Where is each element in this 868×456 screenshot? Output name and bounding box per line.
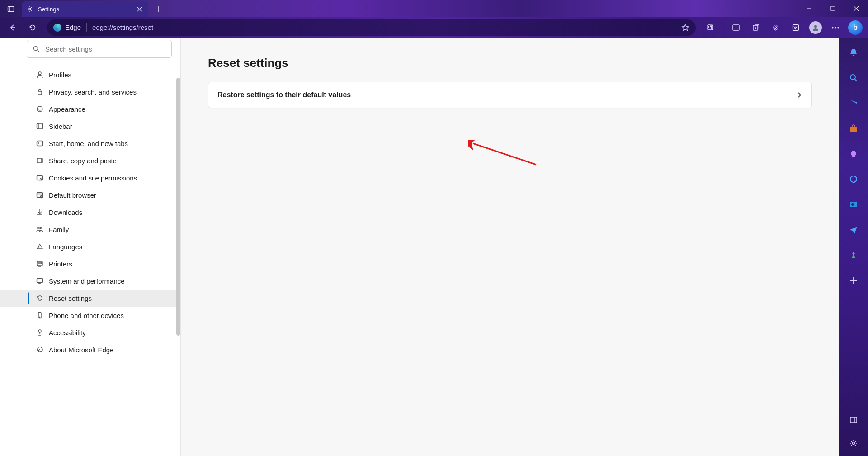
nav-item-label: Sidebar (49, 123, 72, 130)
nav-item-label: Languages (49, 243, 82, 251)
sidebar-item-about-microsoft-edge[interactable]: About Microsoft Edge (0, 341, 180, 358)
site-identity-label: Edge (65, 24, 81, 31)
sidebar-item-default-browser[interactable]: Default browser (0, 186, 180, 204)
sidebar-item-profiles[interactable]: Profiles (0, 66, 180, 83)
svg-rect-14 (38, 91, 42, 95)
sidebar-item-accessibility[interactable]: Accessibility (0, 324, 180, 341)
site-identity-chip[interactable]: Edge (53, 24, 81, 32)
browser-tab[interactable]: Settings (22, 1, 148, 17)
window-controls (797, 0, 868, 17)
nav-item-label: Family (49, 226, 69, 233)
rail-efficiency-icon[interactable] (847, 249, 860, 261)
nav-item-icon (35, 105, 44, 113)
tab-title: Settings (38, 6, 130, 13)
nav-item-icon (35, 328, 44, 337)
sidebar-item-system-and-performance[interactable]: System and performance (0, 272, 180, 290)
favorite-star-icon[interactable] (681, 24, 689, 32)
titlebar: Settings (0, 0, 868, 17)
rail-settings-button[interactable] (847, 437, 860, 450)
nav-item-icon (35, 260, 44, 268)
gear-icon (26, 5, 33, 13)
sidebar-item-privacy-search-and-services[interactable]: Privacy, search, and services (0, 83, 180, 100)
rail-tools-icon[interactable] (847, 122, 860, 135)
rail-outlook-icon[interactable] (847, 198, 860, 211)
more-menu-button[interactable] (826, 19, 844, 37)
svg-point-9 (832, 27, 833, 28)
chevron-right-icon (796, 92, 802, 98)
rail-add-button[interactable] (847, 274, 860, 287)
nav-item-label: Cookies and site permissions (49, 174, 137, 182)
page-title: Reset settings (208, 56, 812, 70)
split-screen-button[interactable] (727, 19, 745, 37)
window-close-button[interactable] (844, 0, 868, 17)
toolbar: Edge b (0, 17, 868, 38)
window-maximize-button[interactable] (821, 0, 844, 17)
back-button[interactable] (4, 19, 22, 37)
nav-item-icon (35, 88, 44, 96)
nav-item-icon (35, 346, 44, 354)
sidebar-item-downloads[interactable]: Downloads (0, 204, 180, 221)
nav-item-icon (35, 157, 44, 165)
collections-button[interactable] (747, 19, 765, 37)
edge-logo-icon (53, 24, 61, 32)
svg-rect-29 (37, 279, 43, 283)
rail-shopping-icon[interactable] (847, 97, 860, 109)
restore-defaults-row[interactable]: Restore settings to their default values (208, 82, 812, 108)
svg-point-12 (34, 47, 38, 51)
nav-item-label: Accessibility (49, 329, 86, 337)
settings-search-box[interactable] (27, 40, 172, 58)
svg-rect-3 (831, 6, 835, 10)
nav-item-label: Phone and other devices (49, 312, 124, 319)
rail-hide-sidebar-button[interactable] (847, 413, 860, 426)
new-tab-button[interactable] (151, 2, 166, 16)
nav-item-label: Printers (49, 260, 72, 268)
tab-actions-button[interactable] (3, 2, 19, 16)
rail-drop-icon[interactable] (847, 223, 860, 236)
address-bar[interactable]: Edge (47, 19, 696, 36)
sidebar-item-printers[interactable]: Printers (0, 255, 180, 272)
nav-item-label: Start, home, and new tabs (49, 140, 128, 147)
extensions-button[interactable] (701, 19, 719, 37)
nav-item-label: About Microsoft Edge (49, 346, 113, 354)
scrollbar-thumb[interactable] (176, 78, 180, 336)
sidebar-item-languages[interactable]: ALanguages (0, 238, 180, 255)
tab-close-button[interactable] (135, 5, 144, 14)
nav-item-icon (35, 191, 44, 199)
bing-chat-button[interactable]: b (846, 19, 864, 37)
nav-item-icon (35, 71, 44, 79)
svg-rect-28 (38, 262, 42, 264)
svg-point-38 (851, 203, 854, 206)
url-input[interactable] (92, 24, 676, 31)
svg-point-25 (40, 227, 42, 229)
settings-sidebar: ProfilesPrivacy, search, and servicesApp… (0, 38, 181, 456)
math-solver-button[interactable] (787, 19, 805, 37)
rail-games-icon[interactable] (847, 147, 860, 160)
sidebar-item-appearance[interactable]: Appearance (0, 100, 180, 118)
svg-rect-19 (37, 158, 42, 163)
sidebar-item-phone-and-other-devices[interactable]: Phone and other devices (0, 307, 180, 324)
rail-search-icon[interactable] (847, 71, 860, 84)
rail-m365-icon[interactable] (847, 173, 860, 185)
annotation-arrow (468, 140, 545, 171)
browser-essentials-button[interactable] (767, 19, 785, 37)
sidebar-item-cookies-and-site-permissions[interactable]: Cookies and site permissions (0, 169, 180, 186)
svg-point-2 (29, 8, 31, 10)
settings-search-input[interactable] (45, 45, 166, 53)
profile-button[interactable] (807, 19, 825, 37)
separator (723, 23, 723, 33)
sidebar-item-share-copy-and-paste[interactable]: Share, copy and paste (0, 152, 180, 169)
sidebar-item-sidebar[interactable]: Sidebar (0, 118, 180, 135)
svg-point-34 (850, 75, 855, 80)
nav-item-icon: A (35, 242, 44, 251)
sidebar-scrollbar[interactable] (176, 78, 180, 394)
rail-notifications-icon[interactable] (847, 46, 860, 59)
window-minimize-button[interactable] (797, 0, 821, 17)
sidebar-item-start-home-and-new-tabs[interactable]: Start, home, and new tabs (0, 135, 180, 152)
nav-item-label: Profiles (49, 71, 71, 79)
sidebar-item-reset-settings[interactable]: Reset settings (0, 290, 180, 307)
nav-item-icon (35, 122, 44, 130)
sidebar-item-family[interactable]: Family (0, 221, 180, 238)
nav-item-icon (35, 294, 44, 302)
restore-defaults-label: Restore settings to their default values (217, 91, 796, 99)
refresh-button[interactable] (24, 19, 42, 37)
